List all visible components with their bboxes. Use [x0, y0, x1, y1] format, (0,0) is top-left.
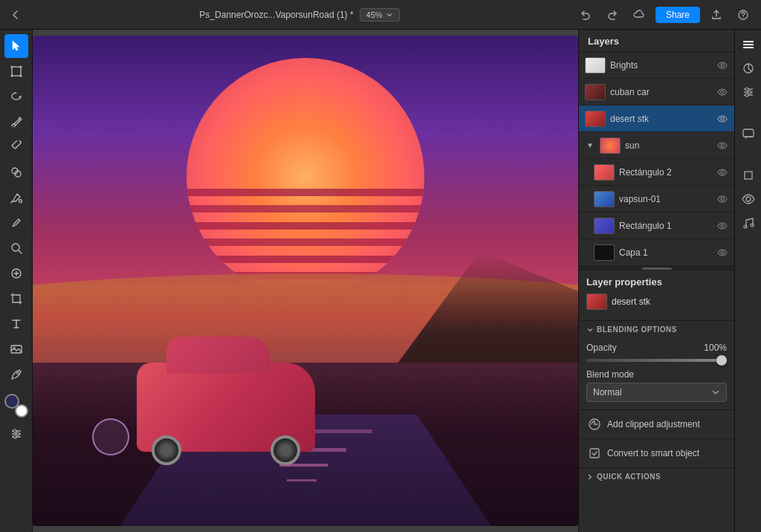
svg-point-1 [742, 16, 743, 17]
car-element [137, 363, 315, 452]
layer-visibility-desert-stk[interactable] [716, 113, 728, 125]
music-panel-icon[interactable] [738, 213, 759, 233]
pen-tool[interactable] [4, 363, 28, 386]
layer-item-cuban-car[interactable]: cuban car [579, 79, 734, 106]
layer-item-rectangulo-2[interactable]: Rectángulo 2 [579, 159, 734, 186]
svg-point-27 [721, 171, 724, 174]
layer-name-rectangulo-1: Rectángulo 1 [619, 221, 712, 231]
car-wheel-left [152, 435, 181, 465]
eyedropper-tool[interactable] [4, 211, 28, 235]
cloud-button[interactable] [629, 4, 650, 25]
svg-point-6 [19, 75, 22, 77]
sun-element [187, 58, 424, 296]
layer-item-desert-stk[interactable]: desert stk [579, 106, 734, 132]
layer-properties-thumb [586, 293, 607, 310]
right-panel: Layers Brights cuban car [578, 30, 734, 532]
background-color[interactable] [15, 404, 28, 418]
blending-options-label: BLENDING OPTIONS [597, 325, 677, 334]
layer-name-capa-1: Capa 1 [619, 247, 712, 258]
quick-actions-toggle[interactable]: QUICK ACTIONS [579, 467, 734, 485]
back-button[interactable] [7, 7, 24, 23]
redo-button[interactable] [602, 4, 623, 25]
car-wheel-right [271, 435, 300, 465]
layer-item-capa-1[interactable]: Capa 1 [579, 239, 734, 266]
layer-thumb-rectangulo-1 [594, 218, 615, 234]
crop-panel-icon[interactable] [738, 165, 759, 186]
layer-name-desert-stk: desert stk [610, 114, 712, 124]
layer-thumb-brights [585, 57, 606, 74]
layer-thumb-sun [600, 137, 621, 154]
topbar: Ps_DannerOrozc...VaporsunRoad (1) * 45% … [0, 0, 761, 30]
layer-thumb-desert-stk [585, 111, 606, 127]
svg-point-21 [16, 432, 19, 435]
topbar-right: Share [575, 4, 754, 25]
comments-panel-icon[interactable] [738, 123, 759, 144]
visibility-icon[interactable] [738, 189, 759, 210]
heal-tool[interactable] [4, 262, 28, 285]
opacity-row: Opacity 100% [586, 343, 727, 353]
toolbar-right [734, 30, 761, 532]
blend-mode-label: Blend mode [586, 369, 727, 380]
canvas-image [33, 36, 578, 526]
layer-visibility-rectangulo-2[interactable] [716, 166, 728, 178]
filename-label: Ps_DannerOrozc...VaporsunRoad (1) * [199, 10, 353, 20]
paint-bucket-tool[interactable] [4, 186, 28, 210]
convert-smart-icon [588, 447, 601, 460]
zoom-control[interactable]: 45% [360, 8, 400, 22]
svg-point-42 [745, 94, 748, 97]
layer-item-brights[interactable]: Brights [579, 52, 734, 79]
svg-point-24 [721, 91, 724, 94]
layer-item-rectangulo-1[interactable]: Rectángulo 1 [579, 213, 734, 239]
convert-smart-object-button[interactable]: Convert to smart object [579, 438, 734, 467]
toolbar-left [0, 30, 33, 532]
transform-tool[interactable] [4, 59, 28, 83]
opacity-label: Opacity [586, 343, 617, 353]
clone-tool[interactable] [4, 160, 28, 184]
layer-properties-layer-row: desert stk [586, 293, 727, 310]
adjustments-panel-icon[interactable] [738, 82, 759, 103]
help-button[interactable] [733, 4, 754, 25]
layer-thumb-vapsun-01 [594, 191, 615, 207]
svg-point-28 [721, 198, 724, 201]
color-swatches[interactable] [4, 394, 28, 418]
layer-item-vapsun-01[interactable]: vapsun-01 [579, 186, 734, 213]
svg-point-11 [12, 226, 13, 227]
image-tool[interactable] [4, 337, 28, 361]
svg-point-47 [751, 224, 754, 227]
divider-handle[interactable] [642, 267, 672, 270]
crop-tool[interactable] [4, 287, 28, 311]
layer-visibility-vapsun-01[interactable] [716, 193, 728, 205]
opacity-slider[interactable] [586, 359, 727, 362]
group-expand-sun[interactable]: ▼ [585, 140, 595, 151]
adjustments-tool[interactable] [4, 422, 28, 446]
share-button[interactable]: Share [655, 7, 700, 23]
layer-item-sun[interactable]: ▼ sun [579, 132, 734, 159]
effects-panel-icon[interactable] [738, 58, 759, 79]
blending-options-toggle[interactable]: BLENDING OPTIONS [579, 320, 734, 338]
svg-point-46 [744, 225, 747, 228]
zoom-tool[interactable] [4, 236, 28, 260]
eraser-tool[interactable] [4, 135, 28, 159]
layer-visibility-cuban-car[interactable] [716, 86, 728, 98]
export-button[interactable] [706, 4, 727, 25]
layer-visibility-sun[interactable] [716, 140, 728, 152]
convert-smart-label: Convert to smart object [607, 448, 699, 458]
canvas-area[interactable] [33, 30, 578, 532]
add-clipped-adjustment-button[interactable]: Add clipped adjustment [579, 409, 734, 438]
blend-mode-value: Normal [593, 387, 622, 398]
brush-tool[interactable] [4, 110, 28, 134]
select-tool[interactable] [4, 34, 28, 58]
layers-panel-icon[interactable] [738, 34, 759, 55]
undo-button[interactable] [575, 4, 596, 25]
blend-mode-select[interactable]: Normal [586, 383, 727, 402]
svg-point-41 [748, 91, 751, 94]
text-tool[interactable] [4, 312, 28, 336]
layer-visibility-capa-1[interactable] [716, 247, 728, 259]
svg-point-3 [10, 66, 13, 68]
layer-visibility-rectangulo-1[interactable] [716, 220, 728, 232]
blend-mode-row: Blend mode Normal [586, 369, 727, 402]
lasso-tool[interactable] [4, 85, 28, 108]
opacity-slider-thumb[interactable] [716, 355, 727, 366]
svg-point-20 [13, 429, 16, 432]
layer-visibility-brights[interactable] [716, 59, 728, 71]
